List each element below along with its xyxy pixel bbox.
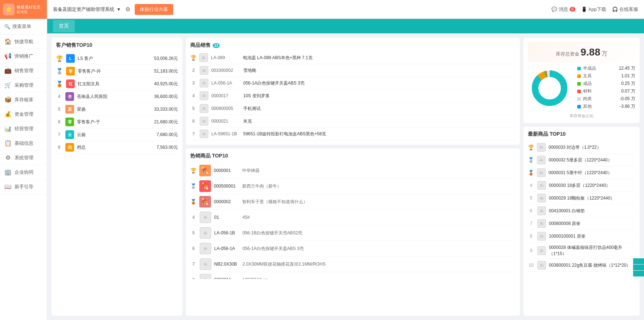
sidebar-item-nav-home[interactable]: 🏠快捷导航	[0, 34, 47, 49]
product-ranking-title-text: 商品销售	[190, 42, 211, 49]
top-nav: 首页	[47, 19, 644, 33]
nav-label-nav-home: 快捷导航	[15, 38, 33, 45]
trophy-icon: 🥈	[56, 68, 63, 75]
product-code: LA-59651-1B	[211, 131, 240, 136]
product-code: LA-056-1A	[211, 81, 240, 86]
new-product-img: Ai	[537, 206, 546, 215]
float-service-btn[interactable]: 客服热线	[633, 258, 644, 264]
legend-item: 文具 1.01 万	[577, 73, 635, 79]
sidebar-item-nav-guide[interactable]: 📖新手引导	[0, 180, 47, 194]
hot-product-item: 🥈 🍖 000500001 新西兰牛肉（新牛）	[190, 179, 515, 194]
message-label: 消息	[559, 6, 568, 13]
hot-products-list: 🏆 🍖 0000001 中华神器 🥈 🍖 000500001 新西兰牛肉（新牛）…	[190, 163, 515, 279]
hot-products-title: 热销商品 TOP10	[190, 153, 515, 159]
rank-number: 8	[528, 234, 534, 239]
rank-number: 4	[190, 215, 197, 220]
header: 装备及固定资产辅助管理系统 ▼ ⚙ 体验行业方案 💬 消息 6 📱 App下载 …	[47, 0, 644, 19]
rank-number: 6	[190, 119, 197, 124]
trial-button[interactable]: 体验行业方案	[135, 4, 173, 15]
legend-name: 成品	[583, 81, 619, 87]
sidebar-item-nav-basic[interactable]: 📋基础信息	[0, 136, 47, 151]
hot-products-card: 热销商品 TOP10 🏆 🍖 0000001 中华神器 🥈 🍖 00050000…	[186, 148, 520, 316]
legend-dot	[577, 90, 581, 93]
inventory-value: 9.88	[580, 46, 600, 58]
tab-home[interactable]: 首页	[53, 20, 75, 32]
nav-icon-nav-company: 🏢	[4, 169, 12, 176]
rank-number: 8	[56, 145, 62, 150]
nav-icon-nav-marketing: 📢	[4, 53, 12, 60]
new-product-img: Ai	[537, 143, 546, 152]
right-panel: 库存总资金 9.88 万	[523, 38, 640, 316]
content-area: 客户销售TOP10 🏆 L LS 客户 53,006.26元 🥈 零 零售客户-…	[47, 33, 644, 320]
product-rank-item: 5 Ai 000800005 手机测试	[190, 102, 515, 115]
new-product-info: 10000100001 原奎	[549, 233, 635, 239]
new-product-item: 🏆 Ai 0000033 封边带（1.0*22）	[528, 141, 635, 154]
sidebar: 🌟 畅捷通好生意 标准版 🔍 搜索菜单 🏠快捷导航📢营销推广💼销售管理🛒采购管理…	[0, 0, 47, 320]
new-product-item: 4 Ai 0000030 18多层（1220*2440）	[528, 179, 635, 192]
legend-value: -0.05 万	[620, 96, 635, 102]
trophy-icon: 🥈	[190, 183, 196, 189]
customer-avatar: 杏	[65, 92, 74, 101]
nav-icon-nav-sales: 💼	[4, 67, 12, 74]
new-product-item: 🥈 Ai 0000032 5厘多层（1220*2440）	[528, 154, 635, 167]
customer-amount: 33,333.00元	[154, 106, 178, 112]
customer-title-text: 客户销售TOP10	[56, 42, 92, 49]
customer-rank-item: 6 零 零售客户-于 21,680.00元	[56, 116, 178, 128]
message-item[interactable]: 💬 消息 6	[551, 6, 575, 13]
sidebar-search-area[interactable]: 🔍 搜索菜单	[0, 19, 47, 34]
product-code: LA-056-1A	[214, 246, 240, 251]
product-rank-item: 7 Ai LA-59651-1B 59651-1B旋转投影灯电池盒ABS黑色+5…	[190, 128, 515, 140]
legend-value: 12.45 万	[619, 65, 635, 71]
product-img-placeholder: Ai	[200, 91, 208, 100]
customer-avatar: 星	[65, 105, 74, 114]
sidebar-item-nav-sales[interactable]: 💼销售管理	[0, 63, 47, 78]
hot-products-title-text: 热销商品 TOP10	[190, 153, 228, 159]
float-live-btn[interactable]: 直播	[633, 271, 644, 276]
customer-rank-item: 5 星 星扬 33,333.00元	[56, 103, 178, 116]
sidebar-item-nav-operation[interactable]: 📊经营管理	[0, 122, 47, 136]
nav-icon-nav-operation: 📊	[4, 125, 12, 132]
legend-name: 其他	[583, 103, 617, 110]
rank-number: 4	[56, 94, 62, 99]
product-name: 智利车子里（规格不知道填什么）	[242, 199, 307, 205]
rank-number: 2	[190, 68, 197, 73]
legend-value: 0.07 万	[621, 88, 635, 94]
product-rank-item: 4 Ai 0000017 10S 变到罗浆	[190, 90, 515, 102]
product-rank-item: 🏆 Ai LA-089 电池盖 LA-089 ABS本色+黑种 7.1克	[190, 52, 515, 64]
rank-number: 5	[190, 230, 197, 235]
nav-icon-nav-basic: 📋	[4, 140, 12, 147]
product-name: 雪地靴	[243, 67, 515, 74]
system-name-area: 装备及固定资产辅助管理系统 ▼	[53, 6, 121, 13]
service-item[interactable]: 🎧 在线客服	[612, 6, 638, 13]
sidebar-item-nav-company[interactable]: 🏢企业协同	[0, 165, 47, 180]
product-code: 0000021	[211, 119, 240, 124]
product-code: 000500001	[214, 184, 239, 189]
app-download-item[interactable]: 📱 App下载	[581, 6, 606, 13]
product-img-placeholder: Ai	[200, 243, 211, 254]
sidebar-item-nav-finance[interactable]: 💰资金管理	[0, 107, 47, 122]
new-product-img: Ai	[537, 246, 546, 255]
nav-label-nav-marketing: 营销推广	[15, 53, 33, 60]
product-name: 电池盖 LA-089 ABS本色+黑种 7.1克	[243, 55, 515, 61]
inventory-card: 库存总资金 9.88 万	[523, 38, 640, 123]
new-product-img: Ai	[537, 181, 546, 190]
search-menu-button[interactable]: 🔍 搜索菜单	[3, 22, 44, 31]
main-area: 装备及固定资产辅助管理系统 ▼ ⚙ 体验行业方案 💬 消息 6 📱 App下载 …	[47, 0, 644, 320]
settings-icon[interactable]: ⚙	[125, 6, 130, 13]
customer-name: 苍南县人民医院	[77, 94, 151, 100]
sidebar-item-nav-purchase[interactable]: 🛒采购管理	[0, 78, 47, 93]
customer-avatar: 零	[65, 118, 74, 126]
customer-rank-item: 8 档 档总 7,563.00元	[56, 141, 178, 154]
sidebar-item-nav-system[interactable]: ⚙系统管理	[0, 151, 47, 165]
sidebar-item-nav-inventory[interactable]: 📦库存核算	[0, 93, 47, 107]
product-name: 45#	[242, 215, 250, 220]
product-name: 新西兰牛肉（新牛）	[242, 183, 281, 189]
sidebar-item-nav-marketing[interactable]: 📢营销推广	[0, 49, 47, 63]
customer-name: 云扬	[77, 132, 154, 138]
trophy-icon: 🏆	[190, 168, 196, 173]
new-product-img: Ai	[537, 219, 546, 228]
float-community-btn[interactable]: 服务社区	[633, 264, 644, 270]
nav-icon-nav-system: ⚙	[4, 154, 12, 161]
sidebar-logo: 🌟 畅捷通好生意 标准版	[0, 0, 47, 19]
customer-name: 星扬	[77, 106, 151, 112]
